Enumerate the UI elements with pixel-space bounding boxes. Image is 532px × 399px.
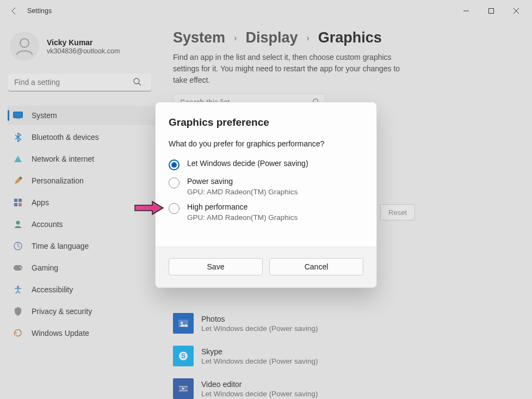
dialog-title: Graphics preference xyxy=(169,116,363,128)
radio-power-saving[interactable]: Power saving GPU: AMD Radeon(TM) Graphic… xyxy=(169,175,363,200)
radio-high-performance[interactable]: High performance GPU: AMD Radeon(TM) Gra… xyxy=(169,200,363,226)
radio-icon xyxy=(169,177,180,188)
cancel-button[interactable]: Cancel xyxy=(269,258,363,275)
graphics-preference-dialog: Graphics preference What do you prefer f… xyxy=(155,102,377,288)
dialog-question: What do you prefer for graphics performa… xyxy=(169,139,363,148)
radio-icon xyxy=(169,203,180,214)
radio-sub: GPU: AMD Radeon(TM) Graphics xyxy=(187,188,298,196)
radio-label: Power saving xyxy=(187,177,298,186)
radio-sub: GPU: AMD Radeon(TM) Graphics xyxy=(187,213,298,222)
save-button[interactable]: Save xyxy=(169,258,263,275)
radio-let-windows-decide[interactable]: Let Windows decide (Power saving) xyxy=(169,157,363,175)
radio-icon xyxy=(169,159,180,170)
dialog-footer: Save Cancel xyxy=(156,247,376,287)
radio-label: Let Windows decide (Power saving) xyxy=(187,159,308,168)
radio-label: High performance xyxy=(187,202,298,211)
